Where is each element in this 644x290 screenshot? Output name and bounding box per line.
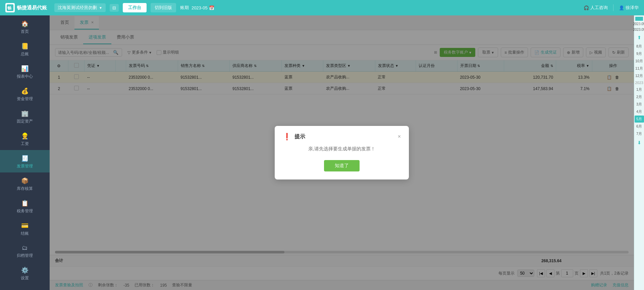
user-menu[interactable]: 👤 徐泽华 [619, 5, 639, 11]
period-label: 账期 [180, 5, 189, 11]
panel-arrows-bottom: ⬇ [636, 139, 643, 146]
scroll-down-icon[interactable]: ⬇ [636, 139, 643, 146]
dialog-overlay: ❗ 提示 × 亲,请先选择要生成单据的发票！ 知道了 [50, 15, 634, 290]
sidebar-label-home: 首页 [21, 29, 29, 34]
user-label: 徐泽华 [626, 5, 639, 11]
period-month-item[interactable]: 6月 [635, 123, 644, 130]
ledger-icon: 📒 [21, 43, 29, 50]
sidebar: 🏠 首页 📒 总账 📊 报表中心 💰 资金管理 🏢 固定资产 👷 工资 🧾 发票… [0, 15, 50, 290]
inventory-icon: 📦 [21, 177, 29, 185]
period-header-1: 2023.05 [633, 21, 644, 26]
headset-icon: 🎧 [584, 5, 589, 10]
logo-icon: 畅 [5, 3, 15, 12]
company-arrow-icon: ▼ [99, 6, 102, 10]
period-month-item[interactable]: 11月 [635, 65, 644, 72]
copy-button[interactable]: ⊟ [110, 4, 119, 12]
period-month-item[interactable]: 8月 [635, 43, 644, 50]
sidebar-label-reports: 报表中心 [17, 74, 33, 79]
period-month-item[interactable]: 7月 [635, 130, 644, 137]
right-panel: 账期选择 2023.05 2023.05 ⬆ 8月9月10月11月12月2023… [634, 15, 644, 290]
user-icon: 👤 [619, 5, 624, 10]
switch-version-button[interactable]: 切到旧版 [151, 3, 176, 12]
sidebar-label-payroll: 工资 [21, 141, 29, 147]
dialog-warning-icon: ❗ [283, 133, 291, 141]
app-logo: 畅 畅捷通易代账 [5, 3, 47, 12]
top-bar-right: 🎧 人工咨询 👤 徐泽华 [584, 4, 639, 11]
period-month-item[interactable]: 2月 [635, 93, 644, 100]
sidebar-item-reports[interactable]: 📊 报表中心 [0, 60, 50, 83]
period-header-2: 2023.05 [633, 27, 644, 32]
period-month-item[interactable]: 1月 [635, 86, 644, 93]
company-selector[interactable]: 沈海英测试经营勿删 ▼ [54, 3, 106, 12]
workspace-button[interactable]: 工作台 [123, 3, 147, 12]
assets-icon: 🏢 [21, 110, 29, 117]
reports-icon: 📊 [21, 65, 29, 72]
sidebar-label-assets: 固定资产 [17, 119, 33, 124]
dialog-message: 亲,请先选择要生成单据的发票！ [308, 146, 375, 151]
calendar-icon[interactable]: 📅 [209, 5, 214, 10]
sidebar-item-tax[interactable]: 📋 税务管理 [0, 195, 50, 217]
sidebar-item-home[interactable]: 🏠 首页 [0, 15, 50, 38]
top-bar: 畅 畅捷通易代账 沈海英测试经营勿删 ▼ ⊟ 工作台 切到旧版 账期 2023-… [0, 0, 644, 15]
funds-icon: 💰 [21, 87, 29, 95]
period-month-item[interactable]: 4月 [635, 108, 644, 115]
sidebar-item-invoice[interactable]: 🧾 发票管理 [0, 150, 50, 172]
sidebar-label-funds: 资金管理 [17, 96, 33, 102]
app-name: 畅捷通易代账 [17, 5, 47, 11]
archive-icon: 🗂 [22, 244, 28, 251]
tax-icon: 📋 [21, 200, 29, 207]
sidebar-item-settings[interactable]: ⚙️ 设置 [0, 262, 50, 284]
period-month-item[interactable]: 9月 [635, 50, 644, 57]
invoice-icon: 🧾 [21, 155, 29, 162]
sidebar-item-settle[interactable]: 💳 结账 [0, 217, 50, 240]
main-area: 首页 发票 × 销项发票 进项发票 费用小票 [50, 15, 634, 290]
sidebar-item-archive[interactable]: 🗂 归档管理 [0, 240, 50, 262]
period-month-item[interactable]: 5月 [635, 116, 644, 123]
panel-arrows: ⬆ [636, 34, 643, 41]
sidebar-item-funds[interactable]: 💰 资金管理 [0, 83, 50, 105]
sidebar-item-assets[interactable]: 🏢 固定资产 [0, 105, 50, 128]
sidebar-item-ledger[interactable]: 📒 总账 [0, 38, 50, 60]
period-info: 账期 2023-05 📅 [180, 5, 214, 11]
home-icon: 🏠 [21, 20, 29, 27]
sidebar-label-settle: 结账 [21, 231, 29, 236]
settle-icon: 💳 [21, 222, 29, 229]
dialog-title: 提示 [294, 133, 305, 140]
main-layout: 🏠 首页 📒 总账 📊 报表中心 💰 资金管理 🏢 固定资产 👷 工资 🧾 发票… [0, 15, 644, 290]
scroll-up-icon[interactable]: ⬆ [636, 34, 643, 41]
period-month-item[interactable]: 3月 [635, 101, 644, 108]
sidebar-label-ledger: 总账 [21, 51, 29, 57]
sidebar-item-guide[interactable]: 📖 新手引导 [0, 284, 50, 290]
period-month-item[interactable]: 12月 [635, 72, 644, 79]
sidebar-item-inventory[interactable]: 📦 库存核算 [0, 172, 50, 195]
dialog-footer: 知道了 [275, 160, 409, 179]
sidebar-label-inventory: 库存核算 [17, 186, 33, 192]
service-button[interactable]: 🎧 人工咨询 [584, 5, 608, 11]
service-label: 人工咨询 [590, 5, 608, 11]
dialog-close-button[interactable]: × [398, 134, 401, 140]
alert-dialog: ❗ 提示 × 亲,请先选择要生成单据的发票！ 知道了 [275, 126, 409, 179]
sidebar-label-settings: 设置 [21, 275, 29, 281]
dialog-ok-button[interactable]: 知道了 [324, 160, 360, 171]
period-list: 8月9月10月11月12月20231月2月3月4月5月6月7月 [635, 43, 644, 137]
dialog-body: 亲,请先选择要生成单据的发票！ [275, 145, 409, 160]
sidebar-label-invoice: 发票管理 [17, 163, 33, 169]
svg-text:畅: 畅 [7, 6, 11, 10]
period-value: 2023-05 [192, 5, 208, 10]
company-name: 沈海英测试经营勿删 [58, 5, 97, 11]
sidebar-label-archive: 归档管理 [17, 253, 33, 259]
sidebar-label-tax: 税务管理 [17, 208, 33, 214]
payroll-icon: 👷 [21, 132, 29, 140]
settings-icon: ⚙️ [21, 267, 29, 274]
period-month-item[interactable]: 2023 [635, 80, 644, 86]
sidebar-item-payroll[interactable]: 👷 工资 [0, 128, 50, 150]
period-toggle[interactable]: 账期选择 [635, 17, 643, 21]
period-month-item[interactable]: 10月 [635, 58, 644, 65]
dialog-header: ❗ 提示 × [275, 126, 409, 145]
